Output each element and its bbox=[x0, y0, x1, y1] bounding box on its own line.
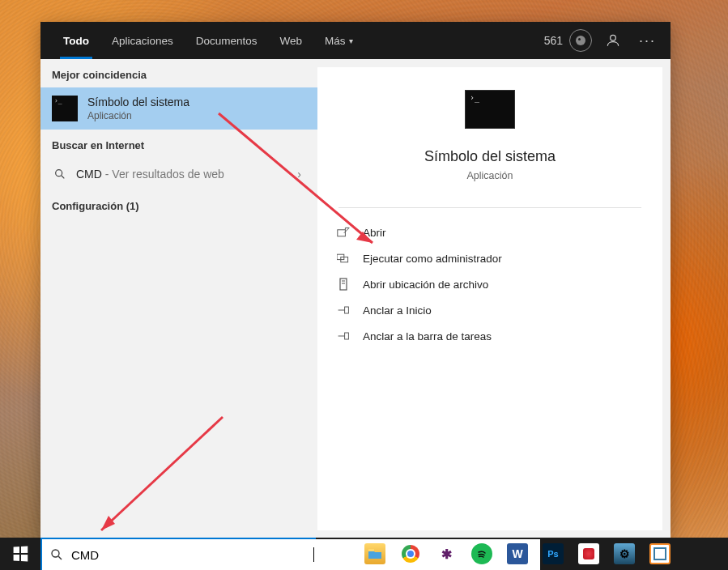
windows-logo-icon bbox=[14, 547, 28, 562]
search-tabs-bar: Todo Aplicaciones Documentos Web Más ▾ 5… bbox=[40, 22, 671, 59]
web-query-bold: CMD bbox=[76, 168, 102, 181]
open-icon bbox=[335, 226, 351, 239]
svg-point-0 bbox=[611, 35, 616, 40]
svg-rect-20 bbox=[331, 550, 338, 558]
web-result-cmd[interactable]: CMD - Ver resultados de web › bbox=[40, 158, 317, 190]
actions-list: Abrir Ejecutar como administrador Abrir … bbox=[317, 219, 662, 349]
config-header[interactable]: Configuración (1) bbox=[40, 190, 317, 219]
slack-icon[interactable]: ✱ bbox=[429, 538, 463, 570]
more-options-icon[interactable]: ··· bbox=[636, 32, 659, 49]
search-icon bbox=[52, 166, 68, 182]
taskbar-search-box[interactable] bbox=[40, 538, 316, 570]
text-cursor bbox=[313, 547, 314, 562]
svg-line-19 bbox=[58, 556, 62, 559]
svg-line-2 bbox=[62, 176, 64, 178]
svg-point-1 bbox=[56, 170, 62, 177]
svg-line-4 bbox=[344, 228, 349, 232]
best-match-header: Mejor coincidencia bbox=[40, 59, 317, 87]
search-body: Mejor coincidencia Símbolo del sistema A… bbox=[40, 59, 671, 538]
rewards-badge-icon[interactable] bbox=[569, 29, 592, 52]
action-pin-start-label: Anclar a Inicio bbox=[363, 304, 432, 317]
word-icon[interactable]: W bbox=[500, 538, 534, 570]
start-search-panel: Todo Aplicaciones Documentos Web Más ▾ 5… bbox=[40, 22, 671, 538]
app-red-icon[interactable] bbox=[572, 538, 606, 570]
preview-subtitle: Aplicación bbox=[467, 170, 513, 181]
tabs-group: Todo Aplicaciones Documentos Web Más ▾ bbox=[52, 22, 364, 59]
spotify-icon[interactable] bbox=[465, 538, 499, 570]
divider bbox=[338, 207, 642, 208]
chrome-icon[interactable] bbox=[394, 538, 428, 570]
web-suffix: - Ver resultados de web bbox=[102, 168, 224, 181]
chevron-right-icon: › bbox=[297, 168, 306, 181]
preview-title: Símbolo del sistema bbox=[424, 148, 556, 165]
tab-todo[interactable]: Todo bbox=[52, 22, 100, 59]
svg-rect-11 bbox=[345, 307, 349, 313]
action-location-label: Abrir ubicación de archivo bbox=[363, 279, 488, 291]
taskbar: ✱ W Ps ⚙ bbox=[0, 538, 728, 570]
tab-web[interactable]: Web bbox=[269, 22, 314, 59]
photoshop-icon[interactable]: Ps bbox=[536, 538, 570, 570]
pin-taskbar-icon bbox=[335, 330, 351, 342]
action-run-admin[interactable]: Ejecutar como administrador bbox=[335, 245, 662, 271]
web-query-text: CMD - Ver resultados de web bbox=[76, 168, 224, 181]
chevron-down-icon: ▾ bbox=[349, 36, 353, 45]
result-text: Símbolo del sistema Aplicación bbox=[87, 96, 189, 121]
action-open-location[interactable]: Abrir ubicación de archivo bbox=[335, 271, 662, 297]
start-button[interactable] bbox=[0, 538, 40, 570]
search-icon bbox=[42, 547, 71, 562]
vmware-icon[interactable] bbox=[643, 538, 677, 570]
action-pin-taskbar-label: Anclar a la barra de tareas bbox=[363, 330, 492, 342]
svg-rect-21 bbox=[340, 550, 347, 558]
rewards-points[interactable]: 561 bbox=[544, 34, 563, 47]
svg-point-18 bbox=[52, 550, 59, 557]
admin-icon bbox=[335, 252, 351, 265]
tab-documentos[interactable]: Documentos bbox=[185, 22, 269, 59]
taskbar-icons: ✱ W Ps ⚙ bbox=[316, 538, 677, 570]
tab-mas[interactable]: Más ▾ bbox=[313, 22, 364, 59]
result-subtitle: Aplicación bbox=[87, 110, 189, 121]
cmd-large-icon bbox=[465, 90, 515, 129]
folder-icon bbox=[335, 278, 351, 291]
results-left-pane: Mejor coincidencia Símbolo del sistema A… bbox=[40, 59, 317, 538]
preview-right-pane: Símbolo del sistema Aplicación Abrir Eje… bbox=[317, 67, 662, 530]
web-search-header: Buscar en Internet bbox=[40, 130, 317, 158]
account-icon[interactable] bbox=[605, 32, 621, 49]
result-title: Símbolo del sistema bbox=[87, 96, 189, 108]
svg-rect-7 bbox=[340, 279, 347, 290]
tab-aplicaciones[interactable]: Aplicaciones bbox=[100, 22, 185, 59]
action-pin-start[interactable]: Anclar a Inicio bbox=[335, 297, 662, 323]
task-view-icon[interactable] bbox=[322, 538, 356, 570]
tab-mas-label: Más bbox=[325, 35, 346, 47]
action-open-label: Abrir bbox=[363, 227, 386, 239]
action-pin-taskbar[interactable]: Anclar a la barra de tareas bbox=[335, 323, 662, 349]
svg-rect-23 bbox=[368, 549, 374, 551]
file-explorer-icon[interactable] bbox=[358, 538, 392, 570]
result-cmd[interactable]: Símbolo del sistema Aplicación bbox=[40, 87, 317, 130]
svg-rect-13 bbox=[345, 333, 349, 339]
action-open[interactable]: Abrir bbox=[335, 219, 662, 245]
app-tool-icon[interactable]: ⚙ bbox=[607, 538, 641, 570]
pin-start-icon bbox=[335, 304, 351, 317]
cmd-icon bbox=[52, 96, 78, 121]
action-admin-label: Ejecutar como administrador bbox=[363, 253, 502, 265]
